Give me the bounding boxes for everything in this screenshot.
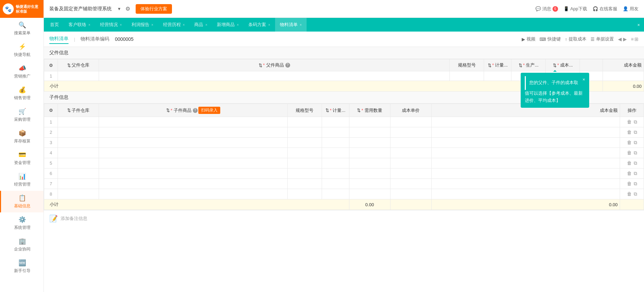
child-warehouse-cell[interactable] — [58, 117, 99, 127]
child-unit-cost-cell[interactable] — [390, 179, 431, 189]
close-tab-business[interactable]: × — [120, 23, 122, 27]
close-tab-history[interactable]: × — [183, 23, 185, 27]
child-spec-cell[interactable] — [287, 148, 322, 158]
list-view-icon[interactable]: ≡ — [631, 36, 634, 42]
child-unit-cost-cell[interactable] — [390, 189, 431, 199]
user-button[interactable]: 👤 用友 — [623, 6, 639, 12]
single-settings-button[interactable]: ☰ 单据设置 — [591, 36, 614, 42]
child-product-cell[interactable] — [99, 117, 288, 127]
close-tab-customer[interactable]: × — [88, 23, 90, 27]
sidebar-item-guide[interactable]: 🆕 新手引导 — [0, 256, 44, 277]
child-spec-cell[interactable] — [287, 117, 322, 127]
child-product-cell[interactable] — [99, 127, 288, 138]
child-spec-cell[interactable] — [287, 168, 322, 179]
child-warehouse-cell[interactable] — [58, 158, 99, 168]
child-unit-cost-cell[interactable] — [390, 127, 431, 138]
delete-icon[interactable]: 🗑 — [627, 160, 632, 166]
sidebar-item-operations[interactable]: 📊 经营管理 — [0, 169, 44, 191]
sub-tab-code[interactable]: 物料清单编码 — [80, 35, 109, 44]
trial-button[interactable]: 体验行业方案 — [136, 4, 172, 14]
parent-spec-cell[interactable] — [450, 71, 484, 81]
copy-icon[interactable]: ⧉ — [634, 181, 637, 187]
copy-icon[interactable]: ⧉ — [634, 150, 637, 156]
child-qty-cell[interactable] — [349, 168, 390, 179]
copy-icon[interactable]: ⧉ — [634, 129, 637, 135]
child-qty-cell[interactable] — [349, 158, 390, 168]
sub-tab-bom[interactable]: 物料清单 — [49, 34, 69, 44]
delete-icon[interactable]: 🗑 — [627, 171, 632, 176]
sidebar-item-enterprise[interactable]: 🏢 企业协同 — [0, 234, 44, 256]
sidebar-item-marketing[interactable]: 📣 营销推广 — [0, 61, 44, 83]
product-info-icon[interactable]: ? — [285, 63, 290, 68]
child-unit-cell[interactable] — [322, 189, 349, 199]
close-tab-products[interactable]: × — [205, 23, 207, 27]
sidebar-item-quicknav[interactable]: ⚡ 快捷导航 — [0, 39, 44, 61]
copy-icon[interactable]: ⧉ — [634, 119, 637, 125]
parent-product-cell[interactable] — [99, 71, 450, 81]
tab-profit[interactable]: 利润报告 × — [127, 18, 158, 32]
child-unit-cost-cell[interactable] — [390, 158, 431, 168]
child-unit-cost-cell[interactable] — [390, 138, 431, 148]
tab-bom[interactable]: 物料清单 × — [275, 18, 307, 32]
tab-history[interactable]: 经营历程 × — [158, 18, 190, 32]
add-note-text[interactable]: 添加备注信息 — [61, 215, 87, 222]
settings-gear-icon[interactable]: ⚙ — [49, 63, 53, 68]
gear-icon[interactable]: ⚙ — [125, 5, 130, 12]
close-tab-bom[interactable]: × — [300, 23, 302, 27]
child-unit-cost-cell[interactable] — [390, 117, 431, 127]
grid-view-icon[interactable]: ⊞ — [634, 36, 639, 42]
close-tab-new-product[interactable]: × — [237, 23, 239, 27]
child-settings-gear-icon[interactable]: ⚙ — [49, 108, 53, 113]
sidebar-item-basicinfo[interactable]: 📋 基础信息 — [0, 191, 44, 212]
tab-products[interactable]: 商品 × — [189, 18, 212, 32]
child-qty-cell[interactable] — [349, 189, 390, 199]
child-warehouse-cell[interactable] — [58, 148, 99, 158]
child-unit-cell[interactable] — [322, 148, 349, 158]
child-unit-cell[interactable] — [322, 179, 349, 189]
close-tab-profit[interactable]: × — [151, 23, 153, 27]
child-qty-cell[interactable] — [349, 138, 390, 148]
tab-customer[interactable]: 客户联络 × — [64, 18, 95, 32]
copy-icon[interactable]: ⧉ — [634, 140, 637, 145]
close-tab-barcode[interactable]: × — [268, 23, 270, 27]
child-warehouse-cell[interactable] — [58, 189, 99, 199]
child-product-cell[interactable] — [99, 179, 288, 189]
child-warehouse-cell[interactable] — [58, 179, 99, 189]
child-unit-cell[interactable] — [322, 168, 349, 179]
app-download-button[interactable]: 📱 App下载 — [564, 6, 587, 12]
child-qty-cell[interactable] — [349, 148, 390, 158]
child-unit-cell[interactable] — [322, 158, 349, 168]
child-product-cell[interactable] — [99, 148, 288, 158]
child-warehouse-cell[interactable] — [58, 168, 99, 179]
copy-icon[interactable]: ⧉ — [634, 191, 637, 197]
sidebar-item-inventory[interactable]: 📦 库存核算 — [0, 126, 44, 148]
tab-home[interactable]: 首页 — [45, 18, 64, 32]
child-unit-cell[interactable] — [322, 127, 349, 138]
tab-new-product[interactable]: 新增商品 × — [212, 18, 244, 32]
child-spec-cell[interactable] — [287, 138, 322, 148]
child-product-cell[interactable] — [99, 138, 288, 148]
child-warehouse-cell[interactable] — [58, 138, 99, 148]
delete-icon[interactable]: 🗑 — [627, 119, 632, 125]
sidebar-item-finance[interactable]: 💳 资金管理 — [0, 148, 44, 169]
tab-barcode[interactable]: 条码方案 × — [244, 18, 275, 32]
child-unit-cell[interactable] — [322, 138, 349, 148]
child-qty-cell[interactable] — [349, 179, 390, 189]
sidebar-item-search[interactable]: 🔍 搜索菜单 — [0, 18, 44, 39]
delete-icon[interactable]: 🗑 — [627, 191, 632, 197]
delete-icon[interactable]: 🗑 — [627, 129, 632, 135]
parent-warehouse-cell[interactable] — [58, 71, 99, 81]
sidebar-item-purchase[interactable]: 🛒 采购管理 — [0, 104, 44, 126]
child-spec-cell[interactable] — [287, 179, 322, 189]
next-arrow[interactable]: ▶ — [623, 36, 627, 42]
tab-business[interactable]: 经营情况 × — [95, 18, 127, 32]
prev-arrow[interactable]: ◀ — [618, 36, 622, 42]
parent-unit-cell[interactable] — [484, 71, 511, 81]
extract-cost-button[interactable]: ↑ 提取成本 — [565, 36, 586, 42]
child-spec-cell[interactable] — [287, 158, 322, 168]
child-product-cell[interactable] — [99, 158, 288, 168]
child-product-cell[interactable] — [99, 189, 288, 199]
child-unit-cost-cell[interactable] — [390, 148, 431, 158]
delete-icon[interactable]: 🗑 — [627, 140, 632, 145]
child-warehouse-cell[interactable] — [58, 127, 99, 138]
